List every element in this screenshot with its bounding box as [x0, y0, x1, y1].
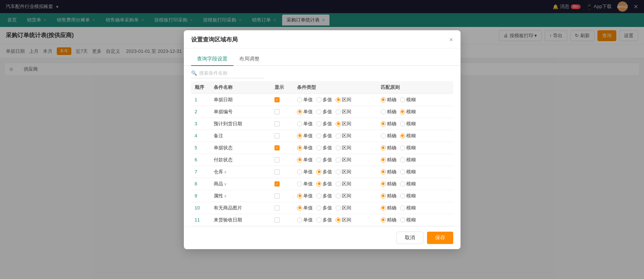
show-checkbox-9[interactable] — [274, 205, 280, 211]
match-radio-模糊-2[interactable]: 模糊 — [400, 121, 416, 127]
match-radio-精确-7[interactable]: 精确 — [381, 181, 396, 187]
row-show-7[interactable] — [271, 178, 294, 190]
type-radio-单值-0[interactable]: 单值 — [297, 97, 313, 103]
match-radio-精确-0[interactable]: 精确 — [381, 97, 396, 103]
match-radio-模糊-3[interactable]: 模糊 — [400, 133, 416, 139]
type-radio-多值-6[interactable]: 多值 — [316, 169, 332, 175]
type-radio-区间-4[interactable]: 区间 — [336, 145, 351, 151]
match-radio-精确-2[interactable]: 精确 — [381, 121, 396, 127]
dialog-close-button[interactable]: × — [449, 36, 453, 43]
show-checkbox-1[interactable] — [274, 109, 280, 114]
row-show-6[interactable] — [271, 166, 294, 178]
row-show-8[interactable] — [271, 190, 294, 202]
type-radio-单值-7[interactable]: 单值 — [297, 181, 313, 187]
type-radio-区间-0[interactable]: 区间 — [336, 97, 351, 103]
row-show-1[interactable] — [271, 106, 294, 118]
show-checkbox-3[interactable] — [274, 133, 280, 138]
type-radio-多值-10[interactable]: 多值 — [316, 217, 332, 223]
match-radio-模糊-5[interactable]: 模糊 — [400, 157, 416, 163]
match-radio-模糊-1[interactable]: 模糊 — [400, 109, 416, 115]
show-checkbox-7[interactable] — [274, 181, 280, 186]
type-radio-单值-1[interactable]: 单值 — [297, 109, 313, 115]
row-show-9[interactable] — [271, 202, 294, 214]
row-type-2: 单值多值区间 — [293, 118, 377, 130]
match-radio-精确-5[interactable]: 精确 — [381, 157, 396, 163]
type-radio-多值-9[interactable]: 多值 — [316, 205, 332, 211]
show-checkbox-2[interactable] — [274, 121, 280, 126]
type-radio-多值-7[interactable]: 多值 — [316, 181, 332, 187]
type-radio-多值-4[interactable]: 多值 — [316, 145, 332, 151]
type-radio-单值-10[interactable]: 单值 — [297, 217, 313, 223]
row-show-10[interactable] — [271, 214, 294, 226]
cancel-button[interactable]: 取消 — [396, 232, 423, 244]
type-radio-多值-5[interactable]: 多值 — [316, 157, 332, 163]
row-show-4[interactable] — [271, 142, 294, 154]
match-radio-模糊-4[interactable]: 模糊 — [400, 145, 416, 151]
row-order-0: 1 — [191, 94, 210, 106]
show-checkbox-10[interactable] — [274, 217, 280, 223]
col-header-type: 条件类型 — [293, 81, 377, 94]
type-radio-区间-7[interactable]: 区间 — [336, 181, 351, 187]
show-checkbox-6[interactable] — [274, 169, 280, 174]
modal-overlay: 设置查询区域布局 × 查询字段设置 布局调整 🔍 — [0, 0, 644, 279]
table-row: 9属性∨单值多值区间精确模糊 — [191, 190, 453, 202]
row-match-3: 精确模糊 — [377, 130, 453, 142]
type-radio-单值-9[interactable]: 单值 — [297, 205, 313, 211]
save-button[interactable]: 保存 — [427, 232, 453, 244]
expand-arrow[interactable]: ∨ — [224, 194, 227, 198]
dialog-table-wrapper: 顺序 条件名称 显示 条件类型 — [184, 81, 461, 226]
type-radio-多值-0[interactable]: 多值 — [316, 97, 332, 103]
row-type-1: 单值多值区间 — [293, 106, 377, 118]
match-radio-精确-4[interactable]: 精确 — [381, 145, 396, 151]
tab-layout-adjust[interactable]: 布局调整 — [233, 53, 265, 66]
show-checkbox-5[interactable] — [274, 157, 280, 162]
match-radio-模糊-8[interactable]: 模糊 — [400, 193, 416, 199]
type-radio-区间-5[interactable]: 区间 — [336, 157, 351, 163]
type-radio-单值-4[interactable]: 单值 — [297, 145, 313, 151]
type-radio-区间-10[interactable]: 区间 — [336, 217, 351, 223]
show-checkbox-0[interactable] — [274, 97, 280, 102]
tab-query-fields[interactable]: 查询字段设置 — [191, 53, 233, 66]
row-show-0[interactable] — [271, 94, 294, 106]
row-show-2[interactable] — [271, 118, 294, 130]
row-match-8: 精确模糊 — [377, 190, 453, 202]
row-show-3[interactable] — [271, 130, 294, 142]
row-match-6: 精确模糊 — [377, 166, 453, 178]
type-radio-多值-2[interactable]: 多值 — [316, 121, 332, 127]
match-radio-精确-9[interactable]: 精确 — [381, 205, 396, 211]
match-radio-模糊-9[interactable]: 模糊 — [400, 205, 416, 211]
row-name-7: 商品∨ — [210, 178, 271, 190]
type-radio-单值-8[interactable]: 单值 — [297, 193, 313, 199]
type-radio-多值-1[interactable]: 多值 — [316, 109, 332, 115]
type-radio-区间-1[interactable]: 区间 — [336, 109, 351, 115]
type-radio-多值-8[interactable]: 多值 — [316, 193, 332, 199]
show-checkbox-4[interactable] — [274, 145, 280, 150]
match-radio-精确-8[interactable]: 精确 — [381, 193, 396, 199]
expand-arrow[interactable]: ∨ — [224, 182, 227, 186]
condition-search-input[interactable] — [199, 70, 257, 76]
type-radio-单值-6[interactable]: 单值 — [297, 169, 313, 175]
type-radio-多值-3[interactable]: 多值 — [316, 133, 332, 139]
row-show-5[interactable] — [271, 154, 294, 166]
match-radio-精确-6[interactable]: 精确 — [381, 169, 396, 175]
type-radio-区间-6[interactable]: 区间 — [336, 169, 351, 175]
type-radio-区间-2[interactable]: 区间 — [336, 121, 351, 127]
type-radio-单值-2[interactable]: 单值 — [297, 121, 313, 127]
type-radio-区间-8[interactable]: 区间 — [336, 193, 351, 199]
type-radio-区间-9[interactable]: 区间 — [336, 205, 351, 211]
conditions-table: 顺序 条件名称 显示 条件类型 — [191, 81, 453, 226]
match-radio-模糊-10[interactable]: 模糊 — [400, 217, 416, 223]
match-radio-模糊-0[interactable]: 模糊 — [400, 97, 416, 103]
expand-arrow[interactable]: ∨ — [224, 170, 227, 174]
show-checkbox-8[interactable] — [274, 193, 280, 199]
match-radio-精确-1[interactable]: 精确 — [381, 109, 396, 115]
type-radio-单值-3[interactable]: 单值 — [297, 133, 313, 139]
match-radio-精确-10[interactable]: 精确 — [381, 217, 396, 223]
match-radio-精确-3[interactable]: 精确 — [381, 133, 396, 139]
match-radio-模糊-6[interactable]: 模糊 — [400, 169, 416, 175]
type-radio-区间-3[interactable]: 区间 — [336, 133, 351, 139]
table-row: 4备注单值多值区间精确模糊 — [191, 130, 453, 142]
type-radio-单值-5[interactable]: 单值 — [297, 157, 313, 163]
table-row: 1单据日期单值多值区间精确模糊 — [191, 94, 453, 106]
match-radio-模糊-7[interactable]: 模糊 — [400, 181, 416, 187]
